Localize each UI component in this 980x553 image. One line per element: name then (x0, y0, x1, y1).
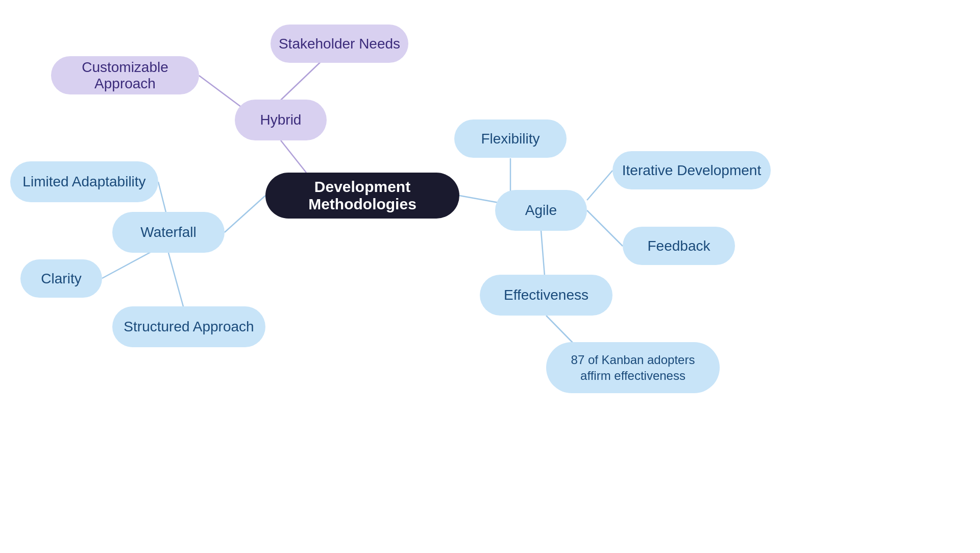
waterfall-label: Waterfall (140, 224, 196, 241)
structured-approach-node[interactable]: Structured Approach (112, 306, 265, 347)
effectiveness-node[interactable]: Effectiveness (480, 275, 612, 316)
svg-line-10 (587, 210, 623, 246)
hybrid-label: Hybrid (260, 112, 302, 128)
svg-line-0 (225, 196, 265, 232)
iterative-development-label: Iterative Development (622, 162, 761, 179)
kanban-label: 87 of Kanban adopters affirm effectivene… (556, 352, 709, 383)
agile-label: Agile (525, 202, 557, 219)
feedback-node[interactable]: Feedback (623, 227, 735, 265)
svg-line-6 (199, 76, 245, 110)
flexibility-label: Flexibility (481, 131, 540, 147)
waterfall-node[interactable]: Waterfall (112, 212, 225, 253)
svg-line-9 (587, 171, 612, 200)
feedback-label: Feedback (648, 238, 710, 254)
customizable-approach-node[interactable]: Customizable Approach (51, 56, 199, 94)
customizable-approach-label: Customizable Approach (51, 59, 199, 92)
structured-approach-label: Structured Approach (124, 319, 254, 335)
agile-node[interactable]: Agile (495, 190, 587, 231)
limited-adaptability-node[interactable]: Limited Adaptability (10, 161, 158, 202)
effectiveness-label: Effectiveness (504, 287, 589, 303)
clarity-label: Clarity (41, 271, 81, 287)
hybrid-node[interactable]: Hybrid (235, 100, 327, 140)
kanban-node[interactable]: 87 of Kanban adopters affirm effectivene… (546, 342, 720, 393)
stakeholder-needs-node[interactable]: Stakeholder Needs (271, 25, 408, 63)
iterative-development-node[interactable]: Iterative Development (612, 151, 771, 189)
center-node: Development Methodologies (265, 173, 459, 219)
svg-line-4 (281, 140, 306, 173)
stakeholder-needs-label: Stakeholder Needs (279, 36, 400, 52)
clarity-node[interactable]: Clarity (20, 259, 102, 298)
center-label: Development Methodologies (265, 178, 459, 213)
limited-adaptability-label: Limited Adaptability (22, 174, 145, 190)
flexibility-node[interactable]: Flexibility (454, 119, 567, 158)
